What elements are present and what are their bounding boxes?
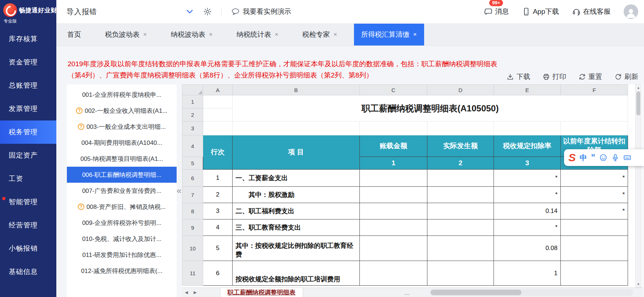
tab-tax-inspection-expert[interactable]: 税检专家× — [295, 23, 345, 45]
cell-line-no[interactable]: 2 — [203, 187, 233, 203]
report-item[interactable]: 011-研发费用加计扣除优惠... — [67, 247, 177, 263]
cell-value[interactable]: 0.08 — [494, 236, 561, 261]
row-header[interactable]: 9 — [182, 219, 203, 236]
brand-logo[interactable]: 畅捷通好业财 — [0, 0, 56, 17]
gear-icon[interactable] — [203, 7, 212, 16]
report-item[interactable]: 009-企业所得税弥补亏损明... — [67, 215, 177, 231]
row-header[interactable]: 8 — [182, 203, 203, 219]
cell-value[interactable] — [561, 236, 628, 261]
report-item-selected[interactable]: 006-职工薪酬纳税调整明细... — [67, 167, 177, 183]
cell-item[interactable]: 一、工资薪金支出 — [233, 170, 360, 187]
sidebar-item-smart-management[interactable]: 智能管理 — [0, 190, 56, 214]
collapse-panel-handle[interactable]: « — [177, 186, 181, 195]
sidebar-item-fixed-assets[interactable]: 固定资产 — [0, 144, 56, 167]
sheet-title-cell[interactable]: 职工薪酬纳税调整明细表(A105050) — [233, 95, 628, 122]
demo-link[interactable]: 我要看实例演示 — [231, 7, 291, 16]
cell[interactable] — [203, 108, 233, 122]
sidebar-item-invoice[interactable]: 发票管理 — [0, 97, 56, 120]
row-header[interactable]: 6 — [182, 170, 203, 187]
sidebar-item-payroll[interactable]: 工资 — [0, 167, 56, 190]
table-header-line-no[interactable]: 行次 — [203, 135, 233, 170]
report-item[interactable]: 012-减免所得税优惠明细表(... — [67, 263, 177, 279]
cell-line-no[interactable]: 1 — [203, 170, 233, 187]
import-error-dropdown[interactable]: 导入报错 — [67, 7, 194, 17]
avatar[interactable] — [624, 4, 638, 19]
vertical-scrollbar[interactable]: ▲ ▼ — [635, 84, 641, 288]
sidebar-item-business-management[interactable]: 经营管理 — [0, 214, 56, 237]
cell-item[interactable]: 其中：按税收规定比例扣除的职工教育经费 — [233, 236, 360, 261]
cell[interactable] — [203, 122, 233, 135]
row-header[interactable]: 7 — [182, 187, 203, 203]
chevron-down-icon[interactable] — [186, 8, 194, 16]
cell[interactable] — [360, 203, 427, 219]
cell[interactable] — [203, 95, 233, 108]
close-icon[interactable]: × — [413, 31, 417, 38]
row-header[interactable]: 10 — [182, 236, 203, 261]
column-header-d[interactable]: D — [427, 85, 494, 95]
cell[interactable] — [360, 122, 427, 135]
cell-line-no[interactable]: 6 — [203, 261, 233, 286]
table-col-num-2[interactable]: 2 — [427, 157, 494, 170]
app-download-button[interactable]: App下载 — [522, 7, 559, 16]
table-header-book-amount[interactable]: 账载金额 — [360, 135, 427, 157]
table-col-num-3[interactable]: 3 — [494, 157, 561, 170]
ime-punctuation-icon[interactable]: ” — [591, 155, 595, 160]
cell-value[interactable] — [561, 261, 628, 286]
scroll-up-arrow[interactable]: ▲ — [636, 85, 641, 91]
cell[interactable] — [427, 236, 494, 261]
cell-line-no[interactable]: 4 — [203, 219, 233, 236]
sidebar-item-funds[interactable]: 资金管理 — [0, 51, 56, 74]
cell[interactable] — [360, 261, 427, 286]
row-header[interactable]: 3 — [182, 122, 203, 135]
tab-tax-payment-fluctuation[interactable]: 纳税波动表× — [164, 23, 220, 45]
row-header[interactable]: 1 — [182, 95, 203, 108]
cell-line-no[interactable]: 5 — [203, 236, 233, 261]
sheet-tab[interactable]: 职工薪酬纳税调整明细表 — [220, 288, 303, 297]
cell[interactable] — [494, 122, 561, 135]
tab-tax-burden-table[interactable]: 税负波动表× — [98, 23, 154, 45]
refresh-button[interactable]: 刷新 — [615, 72, 638, 82]
cell-value[interactable]: 0.14 — [494, 203, 561, 219]
sheet-select-all-corner[interactable] — [182, 85, 203, 95]
cell[interactable] — [233, 122, 360, 135]
cell-item[interactable]: 按税收规定全额扣除的职工培训费用 — [233, 261, 360, 286]
cell[interactable] — [427, 170, 494, 187]
cell-value[interactable]: * — [494, 187, 561, 203]
vertical-scroll-thumb[interactable] — [636, 91, 640, 115]
cell[interactable] — [360, 187, 427, 203]
report-item[interactable]: ?003-一般企业成本支出明细... — [67, 119, 177, 135]
column-header-c[interactable]: C — [360, 85, 427, 95]
cell[interactable] — [427, 261, 494, 286]
sidebar-item-general-ledger[interactable]: 总账管理 — [0, 74, 56, 97]
cell[interactable] — [360, 170, 427, 187]
cell[interactable] — [360, 219, 427, 236]
sidebar-item-inventory[interactable]: 库存核算 — [0, 27, 56, 51]
cell[interactable] — [427, 122, 494, 135]
table-header-item[interactable]: 项 目 — [233, 135, 360, 170]
column-header-b[interactable]: B — [233, 85, 360, 95]
tab-income-tax-settlement[interactable]: 所得税汇算清缴× — [354, 23, 424, 45]
cell[interactable] — [561, 122, 628, 135]
ime-language-toggle[interactable]: 中 — [580, 153, 587, 163]
row-header[interactable]: 2 — [182, 108, 203, 122]
cell[interactable] — [427, 219, 494, 236]
row-header[interactable]: 5 — [182, 157, 203, 170]
table-header-actual-amount[interactable]: 实际发生额 — [427, 135, 494, 157]
cell-line-no[interactable]: 3 — [203, 203, 233, 219]
report-item[interactable]: ?002-一般企业收入明细表(A1... — [67, 103, 177, 119]
ime-keyboard-icon[interactable] — [623, 154, 631, 162]
report-item[interactable]: 007-广告费和业务宣传费跨... — [67, 183, 177, 199]
ime-logo-icon[interactable]: S — [568, 152, 576, 163]
horizontal-scroll-thumb[interactable] — [431, 290, 522, 295]
cell-value[interactable]: * — [494, 170, 561, 187]
sheet-nav-prev[interactable]: ◀ — [182, 290, 191, 295]
tab-tax-statistics[interactable]: 纳税统计表× — [229, 23, 286, 45]
column-header-e[interactable]: E — [494, 85, 561, 95]
messages-button[interactable]: 99+ 消息 — [484, 7, 509, 16]
close-icon[interactable]: × — [334, 31, 337, 38]
reset-button[interactable]: 重置 — [579, 72, 602, 82]
cell-value[interactable]: * — [561, 187, 628, 203]
cell-value[interactable]: 1 — [494, 261, 561, 286]
table-header-deduction-rate[interactable]: 税收规定扣除率 — [494, 135, 561, 157]
cell[interactable] — [427, 203, 494, 219]
